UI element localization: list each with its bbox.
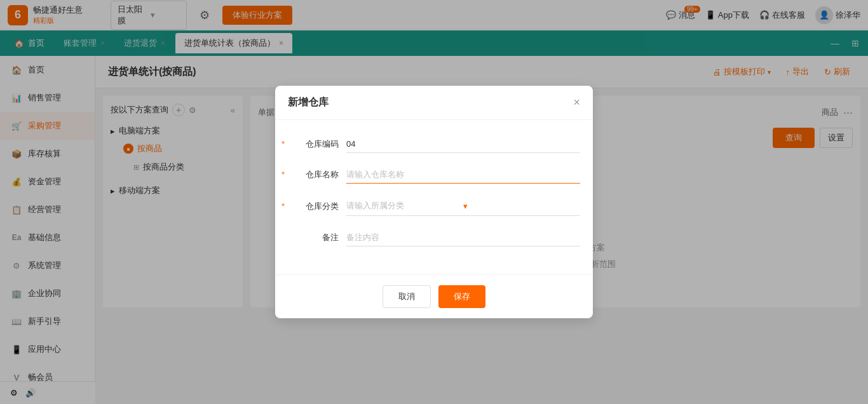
dialog-title: 新增仓库 bbox=[288, 96, 329, 109]
dialog-overlay: 新增仓库 × 仓库编码 仓库名称 仓库分类 请输入所属分类 ▾ bbox=[0, 0, 868, 404]
save-button[interactable]: 保存 bbox=[438, 285, 485, 308]
category-arrow-icon: ▾ bbox=[463, 201, 580, 211]
form-row-category: 仓库分类 请输入所属分类 ▾ bbox=[288, 196, 580, 216]
category-select[interactable]: 请输入所属分类 ▾ bbox=[346, 196, 580, 216]
dialog-header: 新增仓库 × bbox=[275, 86, 593, 120]
code-input[interactable] bbox=[346, 135, 580, 153]
dialog-footer: 取消 保存 bbox=[275, 274, 593, 318]
note-input[interactable] bbox=[346, 229, 580, 246]
name-input[interactable] bbox=[346, 166, 580, 184]
code-label: 仓库编码 bbox=[288, 138, 339, 150]
form-row-note: 备注 bbox=[288, 229, 580, 246]
name-label: 仓库名称 bbox=[288, 169, 339, 180]
category-label: 仓库分类 bbox=[288, 201, 339, 212]
form-row-name: 仓库名称 bbox=[288, 166, 580, 184]
dialog-close-icon[interactable]: × bbox=[573, 96, 580, 109]
new-warehouse-dialog: 新增仓库 × 仓库编码 仓库名称 仓库分类 请输入所属分类 ▾ bbox=[275, 86, 593, 318]
dialog-body: 仓库编码 仓库名称 仓库分类 请输入所属分类 ▾ 备注 bbox=[275, 120, 593, 274]
cancel-button[interactable]: 取消 bbox=[383, 285, 431, 308]
form-row-code: 仓库编码 bbox=[288, 135, 580, 153]
note-label: 备注 bbox=[288, 232, 339, 243]
category-placeholder: 请输入所属分类 bbox=[346, 200, 463, 212]
